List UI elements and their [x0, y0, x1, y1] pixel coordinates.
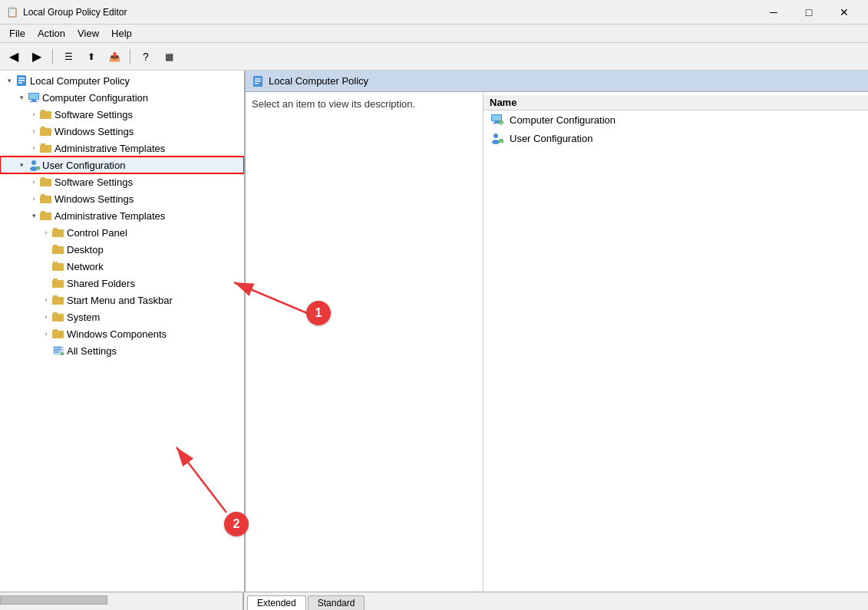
- folder-icon-sw1: [40, 108, 52, 120]
- tree-windows-settings-1[interactable]: › Windows Settings: [0, 123, 244, 140]
- tree-all-settings[interactable]: All Settings: [0, 342, 244, 359]
- expand-computer-config[interactable]: ▾: [15, 91, 28, 104]
- folder-icon-nw: [52, 260, 64, 272]
- expand-windows-components[interactable]: ›: [40, 328, 52, 340]
- svg-rect-26: [492, 115, 501, 120]
- list-item-computer-config[interactable]: ⚙ Computer Configuration: [484, 110, 868, 129]
- menu-help[interactable]: Help: [105, 26, 138, 41]
- tab-extended[interactable]: Extended: [247, 595, 306, 610]
- tab-standard[interactable]: Standard: [308, 595, 365, 610]
- svg-rect-11: [30, 101, 38, 102]
- svg-rect-18: [54, 349, 61, 351]
- expand-admin-2[interactable]: ▾: [28, 209, 40, 222]
- tree-system-label: System: [67, 312, 100, 323]
- list-item-computer-config-icon: ⚙: [490, 114, 505, 126]
- status-bar: Extended Standard: [0, 592, 868, 610]
- tree-pane[interactable]: ▾ Local Computer Policy ▾: [0, 71, 246, 592]
- tree-admin-templates-1[interactable]: › Administrative Templates: [0, 140, 244, 157]
- expand-control-panel[interactable]: ›: [40, 226, 52, 239]
- folder-icon-at2: [40, 209, 52, 222]
- right-pane-header: Local Computer Policy: [246, 71, 868, 92]
- expand-windows-2[interactable]: ›: [28, 193, 40, 205]
- tree-start-menu-label: Start Menu and Taskbar: [67, 295, 173, 306]
- tree-shared-folders-label: Shared Folders: [67, 278, 135, 289]
- svg-rect-17: [54, 347, 61, 348]
- tree-software-settings-2-label: Software Settings: [54, 176, 133, 188]
- maximize-button[interactable]: □: [791, 0, 827, 25]
- svg-rect-19: [54, 351, 59, 353]
- right-pane-title: Local Computer Policy: [269, 75, 368, 87]
- back-button[interactable]: ◀: [3, 46, 25, 68]
- toolbar-separator-1: [52, 49, 53, 64]
- svg-rect-9: [29, 94, 38, 99]
- tree-windows-settings-1-label: Windows Settings: [54, 126, 134, 137]
- list-item-user-config-label: User Configuration: [510, 133, 592, 144]
- tree-all-settings-label: All Settings: [67, 345, 117, 357]
- expand-admin-1[interactable]: ›: [28, 142, 40, 154]
- expand-windows-1[interactable]: ›: [28, 125, 40, 137]
- folder-icon-at1: [40, 142, 52, 154]
- show-hide-console-tree[interactable]: ☰: [58, 46, 79, 68]
- up-button[interactable]: ⬆: [81, 46, 102, 68]
- properties-button[interactable]: ▦: [158, 46, 180, 68]
- expand-user-config[interactable]: ▾: [15, 159, 28, 171]
- tree-user-config[interactable]: ▾ ▲ User Configuration: [0, 157, 244, 173]
- right-header-icon: [252, 75, 264, 87]
- tree-computer-config[interactable]: ▾ Computer Configuration: [0, 89, 244, 106]
- tree-software-settings-1-label: Software Settings: [54, 109, 133, 120]
- expand-root[interactable]: ▾: [3, 74, 15, 87]
- folder-icon-sm: [52, 294, 64, 306]
- tree-software-settings-1[interactable]: › Software Settings: [0, 106, 244, 123]
- expand-software-1[interactable]: ›: [28, 108, 40, 120]
- app-icon: 📋: [6, 6, 18, 18]
- all-settings-icon: [52, 345, 64, 357]
- menu-view[interactable]: View: [71, 26, 105, 41]
- tree-windows-settings-2-label: Windows Settings: [54, 193, 134, 205]
- minimize-button[interactable]: ─: [756, 0, 791, 25]
- tree-shared-folders[interactable]: Shared Folders: [0, 275, 244, 292]
- h-scrollbar-thumb[interactable]: [0, 595, 107, 605]
- svg-point-32: [492, 140, 500, 144]
- tree-desktop[interactable]: Desktop: [0, 241, 244, 258]
- expand-start-menu[interactable]: ›: [40, 294, 52, 306]
- tree-control-panel-label: Control Panel: [67, 227, 127, 239]
- tree-software-settings-2[interactable]: › Software Settings: [0, 173, 244, 190]
- tree-system[interactable]: › System: [0, 308, 244, 325]
- menu-file[interactable]: File: [3, 26, 31, 41]
- svg-rect-22: [255, 78, 261, 80]
- tree-start-menu[interactable]: › Start Menu and Taskbar: [0, 292, 244, 308]
- folder-icon-ws1: [40, 125, 52, 137]
- toolbar: ◀ ▶ ☰ ⬆ 📤 ? ▦: [0, 43, 868, 71]
- forward-button[interactable]: ▶: [26, 46, 48, 68]
- tree-network[interactable]: Network: [0, 258, 244, 275]
- expand-software-2[interactable]: ›: [28, 176, 40, 188]
- svg-rect-6: [18, 80, 25, 81]
- folder-icon-sw2: [40, 176, 52, 188]
- description-text: Select an item to view its description.: [252, 98, 415, 110]
- tree-control-panel[interactable]: › Control Panel: [0, 224, 244, 241]
- help-button[interactable]: ?: [135, 46, 157, 68]
- list-item-user-config[interactable]: ▲ User Configuration: [484, 129, 868, 147]
- svg-rect-5: [18, 77, 25, 79]
- folder-icon-cp: [52, 226, 64, 239]
- right-list: Name ⚙: [484, 92, 868, 592]
- svg-point-20: [61, 352, 64, 355]
- expand-system[interactable]: ›: [40, 311, 52, 323]
- svg-point-31: [493, 134, 498, 138]
- tree-root[interactable]: ▾ Local Computer Policy: [0, 72, 244, 89]
- right-list-header: Name: [484, 95, 868, 110]
- user-config-icon: ▲: [28, 159, 40, 171]
- list-item-user-config-icon: ▲: [490, 132, 505, 144]
- folder-icon-sys: [52, 311, 64, 323]
- menu-action[interactable]: Action: [31, 26, 71, 41]
- close-button[interactable]: ✕: [827, 0, 862, 25]
- tree-user-config-label: User Configuration: [42, 160, 125, 171]
- svg-rect-7: [18, 82, 22, 84]
- window-controls: ─ □ ✕: [756, 0, 862, 25]
- folder-icon-sf: [52, 277, 64, 289]
- tree-windows-settings-2[interactable]: › Windows Settings: [0, 190, 244, 207]
- svg-text:▲: ▲: [500, 140, 503, 144]
- export-button[interactable]: 📤: [104, 46, 125, 68]
- tree-windows-components[interactable]: › Windows Components: [0, 325, 244, 342]
- tree-admin-templates-2[interactable]: ▾ Administrative Templates: [0, 207, 244, 224]
